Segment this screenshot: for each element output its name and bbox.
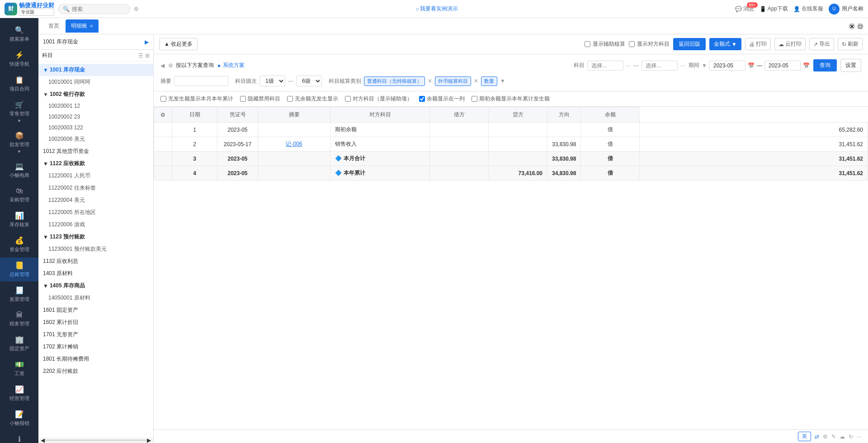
search-input[interactable] <box>72 6 117 12</box>
online-service-btn[interactable]: 👤 在线客服 <box>793 5 823 13</box>
tree-item-11220001[interactable]: 11220001 人民币 <box>38 170 153 182</box>
tab-detail[interactable]: 明细账 ✕ <box>66 19 99 33</box>
tree-item-11220004[interactable]: 11220004 美元 <box>38 194 153 206</box>
collapse-arrow-left[interactable]: ◀ <box>160 62 165 69</box>
sidebar-item-business[interactable]: 📈 经营管理 <box>0 381 38 405</box>
sidebar-item-project[interactable]: 📋 项目合同 <box>0 72 38 96</box>
translate-icon[interactable]: ⇄ <box>815 433 819 440</box>
sidebar-item-search[interactable]: 🔍 搜索菜单 <box>0 22 38 46</box>
tree-item-14050001[interactable]: 14050001 原材料 <box>38 292 153 304</box>
lang-btn[interactable]: 英 <box>798 432 811 441</box>
tree-item-10020001[interactable]: 10020001 12 <box>38 100 153 111</box>
message-btn[interactable]: 💬 消息 99+ <box>735 5 754 13</box>
calendar-icon-start[interactable]: 📅 <box>748 62 755 69</box>
tree-item-2202[interactable]: 2202 应付账款 <box>38 365 153 377</box>
tree-item-11220002[interactable]: 11220002 往来标签 <box>38 182 153 194</box>
query-btn[interactable]: 查询 <box>813 59 837 71</box>
show-aux-input[interactable] <box>585 41 590 47</box>
edit-icon[interactable]: ✎ <box>831 433 836 440</box>
tree-item-1002[interactable]: ▼ 1002 银行存款 <box>38 88 153 100</box>
tree-item-1702[interactable]: 1702 累计摊销 <box>38 341 153 353</box>
refresh-btn[interactable]: ↻ 刷新 <box>838 38 863 50</box>
period-end-input[interactable] <box>764 61 801 71</box>
tree-item-1132[interactable]: 1132 应收利息 <box>38 255 153 267</box>
summary-input[interactable] <box>174 76 228 86</box>
tree-item-1801[interactable]: 1801 长期待摊费用 <box>38 353 153 365</box>
sync-icon[interactable]: ↻ <box>849 433 853 440</box>
tree-item-11230001[interactable]: 11230001 预付账款美元 <box>38 243 153 255</box>
tree-item-10020002[interactable]: 10020002 23 <box>38 111 153 122</box>
tree-item-1403[interactable]: 1403 原材料 <box>38 267 153 280</box>
tree-item-1123[interactable]: ▼ 1123 预付账款 <box>38 231 153 243</box>
no-balance-checkbox[interactable]: 无余额无发生显示 <box>287 95 338 103</box>
tree-item-11220005[interactable]: 11220005 所在地区 <box>38 206 153 219</box>
tab-close-btn[interactable]: ✕ <box>90 24 93 29</box>
tab-home[interactable]: 首页 <box>43 19 65 33</box>
sidebar-item-ecommerce[interactable]: 💻 小畅电商 <box>0 158 38 182</box>
export-btn[interactable]: ↗ 导出 <box>809 38 834 50</box>
cloud-print-btn[interactable]: ☁ 云打印 <box>774 38 806 50</box>
settings-icon[interactable]: ⚙ <box>134 6 139 12</box>
sidebar-item-assets[interactable]: 🏢 固定资产 <box>0 332 38 356</box>
tree-item-1122[interactable]: ▼ 1122 应收账款 <box>38 157 153 170</box>
sidebar-item-wholesale[interactable]: 📦 批发管理 ▼ <box>0 128 38 157</box>
scroll-bar[interactable]: ◀ ▶ <box>38 438 153 443</box>
account-nav-arrow[interactable]: ▶ <box>145 39 149 45</box>
search-bar[interactable]: 🔍 <box>58 4 130 14</box>
settings-btn[interactable]: 设置 <box>840 59 861 72</box>
tree-item-11220006[interactable]: 11220006 游戏 <box>38 219 153 231</box>
print-btn[interactable]: 🖨 打印 <box>745 38 771 50</box>
quantity-tag[interactable]: 数量 <box>481 76 497 86</box>
tree-item-1701[interactable]: 1701 无形资产 <box>38 329 153 341</box>
sidebar-item-quicknav[interactable]: ⚡ 快捷导航 <box>0 47 38 71</box>
period-start-input[interactable] <box>709 61 745 71</box>
account-level-start-select[interactable]: 1级2级3级 <box>259 76 285 86</box>
collapse-more-btn[interactable]: ▲ 收起更多 <box>159 38 198 50</box>
settings-bottom-icon[interactable]: ⚙ <box>823 433 828 440</box>
sidebar-item-salary[interactable]: 💵 工资 <box>0 357 38 381</box>
account-input[interactable] <box>587 61 623 71</box>
sidebar-item-invoice[interactable]: 🧾 发票管理 <box>0 282 38 306</box>
demo-link[interactable]: ○ 我要看实例演示 <box>415 5 458 13</box>
foreign-tag-close[interactable]: ✕ <box>474 78 478 84</box>
win-close-btn[interactable]: ✕ <box>849 23 855 29</box>
account-input-end[interactable] <box>642 61 678 71</box>
sidebar-item-accounting[interactable]: 📒 总账管理 <box>0 257 38 281</box>
sidebar-item-report[interactable]: 📝 小畅报销 <box>0 406 38 430</box>
more-dots-icon[interactable]: ··· <box>857 433 861 440</box>
no-occurrence-checkbox[interactable]: 无发生额显示本月本年累计 <box>160 95 233 103</box>
tree-item-1601[interactable]: 1601 固定资产 <box>38 304 153 316</box>
tree-item-1602[interactable]: 1602 累计折旧 <box>38 316 153 329</box>
user-area[interactable]: U 用户名称 <box>829 4 863 14</box>
opening-balance-checkbox[interactable]: 期初余额显示本年累计发生额 <box>472 95 550 103</box>
system-plan-btn[interactable]: ● 系统方案 <box>217 62 245 69</box>
account-type-close[interactable]: ✕ <box>428 78 432 84</box>
app-download-btn[interactable]: 📱 App下载 <box>760 5 788 13</box>
tree-item-1405[interactable]: ▼ 1405 库存商品 <box>38 280 153 292</box>
tree-item-10020006[interactable]: 10020006 美元 <box>38 133 153 145</box>
back-btn[interactable]: 返回旧版 <box>673 38 706 50</box>
contra-checkbox[interactable]: 对方科目（显示辅助项） <box>345 95 412 103</box>
sidebar-item-basic[interactable]: ℹ 基础信息 <box>0 431 38 443</box>
sidebar-item-retail[interactable]: 🛒 零售管理 ▼ <box>0 97 38 127</box>
calendar-icon-end[interactable]: 📅 <box>803 62 810 69</box>
sidebar-item-finance[interactable]: 💰 资金管理 <box>0 233 38 257</box>
tree-item-1001[interactable]: ▼ 1001 库存现金 <box>38 64 153 76</box>
sidebar-item-purchase[interactable]: 🛍 采购管理 <box>0 183 38 207</box>
foreign-tag[interactable]: 外币核算科目 <box>435 76 471 86</box>
hide-disabled-checkbox[interactable]: 隐藏禁用科目 <box>240 95 280 103</box>
sidebar-item-tax[interactable]: 🏛 税务管理 <box>0 307 38 331</box>
sidebar-item-inventory[interactable]: 📊 库存核算 <box>0 208 38 232</box>
show-contra-input[interactable] <box>629 41 635 47</box>
tree-item-1012[interactable]: 1012 其他货币资金 <box>38 145 153 157</box>
account-level-end-select[interactable]: 6级5级4级 <box>296 76 322 86</box>
tree-item-10010001[interactable]: 10010001 同呵呵 <box>38 76 153 88</box>
style-btn[interactable]: 金额式 ▼ <box>709 38 741 50</box>
cloud-bottom-icon[interactable]: ☁ <box>840 433 845 440</box>
tree-item-10020003[interactable]: 10020003 122 <box>38 122 153 133</box>
list-icon[interactable]: ☰ <box>138 52 143 59</box>
expand-icon[interactable]: ⊞ <box>145 52 150 59</box>
account-type-tag[interactable]: 普通科目（无特殊核算） <box>364 76 425 86</box>
win-max-btn[interactable]: □ <box>857 23 863 29</box>
balance-one-col-checkbox[interactable]: 余额显示在一列 <box>419 95 465 103</box>
